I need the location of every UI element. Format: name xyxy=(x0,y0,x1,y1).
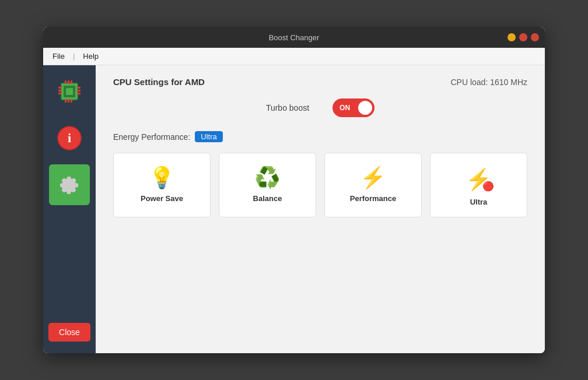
svg-rect-3 xyxy=(68,80,69,84)
mode-label-ultra: Ultra xyxy=(470,198,488,206)
mode-card-balance[interactable]: ♻️ Balance xyxy=(219,153,316,217)
energy-performance-badge: Ultra xyxy=(195,131,222,142)
svg-rect-14 xyxy=(66,88,73,95)
svg-rect-12 xyxy=(77,90,80,92)
lightbulb-icon: 💡 xyxy=(149,167,175,188)
mode-label-balance: Balance xyxy=(253,194,282,203)
energy-performance-label: Energy Performance: xyxy=(113,132,190,142)
minimize-button[interactable] xyxy=(508,33,516,41)
svg-rect-7 xyxy=(71,99,72,103)
toggle-knob xyxy=(358,101,372,115)
modes-grid: 💡 Power Save ♻️ Balance ⚡ Performance ⚡🔴 xyxy=(113,153,527,217)
toggle-on-label: ON xyxy=(340,104,350,112)
mode-card-power-save[interactable]: 💡 Power Save xyxy=(113,153,211,217)
sidebar-item-settings[interactable] xyxy=(49,164,90,205)
menubar: File | Help xyxy=(43,48,545,65)
main-layout: i Close CPU Settings for AMD xyxy=(43,65,545,353)
cpu-settings-title: CPU Settings for AMD xyxy=(113,77,205,87)
cpu-chip-icon xyxy=(55,78,83,105)
menu-help[interactable]: Help xyxy=(78,51,103,62)
content-area: CPU Settings for AMD CPU load: 1610 MHz … xyxy=(96,65,545,353)
main-window: Boost Changer File | Help xyxy=(43,27,545,353)
cpu-brand: AMD xyxy=(185,77,205,87)
turbo-boost-toggle[interactable]: ON xyxy=(332,98,374,117)
svg-rect-9 xyxy=(58,90,62,92)
ultra-lightning-icon: ⚡🔴 xyxy=(466,167,492,192)
svg-text:i: i xyxy=(68,131,71,145)
svg-rect-8 xyxy=(58,87,62,89)
window-title: Boost Changer xyxy=(269,33,320,42)
svg-rect-13 xyxy=(77,93,80,94)
turbo-boost-label: Turbo boost xyxy=(266,103,309,112)
mode-card-performance[interactable]: ⚡ Performance xyxy=(324,153,422,217)
mode-label-power-save: Power Save xyxy=(141,194,183,203)
svg-rect-5 xyxy=(65,99,66,103)
sidebar-item-info[interactable]: i xyxy=(49,118,90,159)
turbo-boost-row: Turbo boost ON xyxy=(113,98,527,117)
cpu-settings-prefix: CPU Settings for xyxy=(113,77,185,87)
close-window-button[interactable] xyxy=(531,33,539,41)
info-icon: i xyxy=(57,125,82,151)
titlebar: Boost Changer xyxy=(43,27,545,48)
sidebar-item-cpu[interactable] xyxy=(49,71,90,112)
menu-separator: | xyxy=(72,52,76,61)
svg-rect-6 xyxy=(68,99,69,103)
settings-gear-icon xyxy=(57,172,82,198)
recycle-icon: ♻️ xyxy=(254,167,281,188)
sidebar: i Close xyxy=(43,65,96,353)
maximize-button[interactable] xyxy=(519,33,527,41)
close-button[interactable]: Close xyxy=(48,323,90,342)
window-controls xyxy=(508,33,539,41)
svg-rect-11 xyxy=(77,87,80,89)
mode-card-ultra[interactable]: ⚡🔴 Ultra xyxy=(430,153,527,217)
content-header: CPU Settings for AMD CPU load: 1610 MHz xyxy=(113,77,527,87)
menu-file[interactable]: File xyxy=(48,51,69,62)
energy-performance-row: Energy Performance: Ultra xyxy=(113,131,527,142)
cpu-load-display: CPU load: 1610 MHz xyxy=(450,78,527,87)
svg-rect-10 xyxy=(58,93,62,94)
svg-rect-4 xyxy=(71,80,72,84)
mode-label-performance: Performance xyxy=(350,194,396,203)
lightning-icon: ⚡ xyxy=(360,167,386,188)
svg-rect-2 xyxy=(65,80,66,84)
